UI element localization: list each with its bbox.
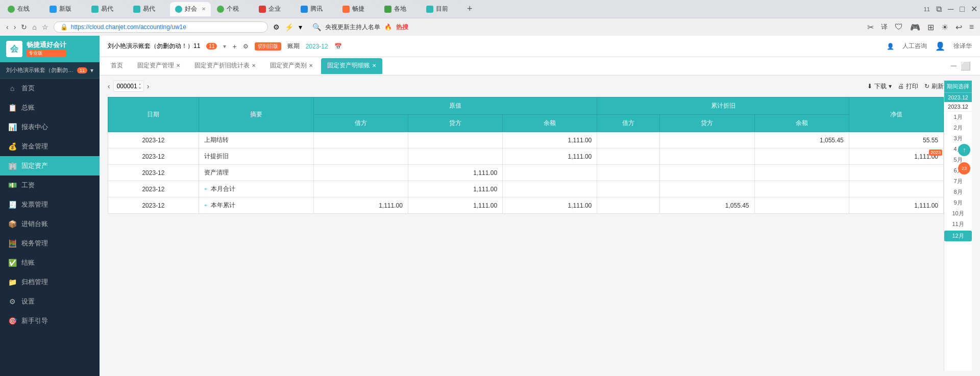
translate-icon[interactable]: 译: [881, 22, 888, 32]
row-summary: 资产清理: [199, 165, 313, 181]
row-net-value: [849, 181, 943, 197]
period-item-current2[interactable]: 2023.12: [944, 102, 972, 112]
row-dep-balance: [754, 181, 849, 197]
page-number-input[interactable]: [113, 81, 144, 92]
sidebar-item-invoice[interactable]: 🧾 发票管理: [0, 195, 100, 214]
tab-fixed-assets-mgmt[interactable]: 固定资产管理 ✕: [131, 58, 186, 74]
browser-tab-gedi[interactable]: 各地: [379, 2, 420, 16]
sidebar-item-fixed-assets[interactable]: 🏢 固定资产: [0, 156, 100, 176]
shield-icon[interactable]: 🛡: [895, 22, 903, 32]
sidebar-item-closing[interactable]: ✅ 结账: [0, 253, 100, 272]
period-item-9[interactable]: 9月: [944, 197, 972, 208]
refresh-icon: ↻: [924, 83, 929, 90]
period-value[interactable]: 2023-12: [306, 43, 328, 50]
tab-label: 固定资产类别: [270, 61, 307, 70]
bookmark-button[interactable]: ☆: [42, 23, 48, 31]
table-row: 2023-12 + 本年累计 1,111.00 1,111.00 1,111.0…: [108, 197, 944, 214]
address-bar[interactable]: 🔒 https://cloud.chanjet.com/accounting/u…: [54, 21, 268, 33]
sidebar-item-payroll[interactable]: 💵 工资: [0, 176, 100, 195]
add-account-btn[interactable]: +: [232, 42, 236, 51]
tab-close-icon[interactable]: ✕: [252, 63, 256, 68]
tab-close-icon[interactable]: ✕: [202, 6, 206, 12]
maximize-icon[interactable]: □: [960, 5, 965, 14]
tab-asset-detail[interactable]: 固定资产明细账 ✕: [321, 58, 382, 74]
sidebar-item-archive[interactable]: 📁 归档管理: [0, 272, 100, 292]
refresh-button[interactable]: ↻ 刷新: [924, 82, 944, 91]
browser-tab-online[interactable]: 在线: [3, 2, 43, 16]
restore-window-icon[interactable]: ⧉: [936, 5, 942, 14]
scissors-icon[interactable]: ✂: [867, 22, 874, 32]
scroll-up-button[interactable]: ↑: [958, 144, 970, 156]
tax-icon: 🧮: [8, 239, 16, 247]
period-item-2[interactable]: 2月: [944, 122, 972, 133]
tab-close-icon[interactable]: ✕: [372, 63, 376, 68]
browser-tab-haokuai[interactable]: 好会 ✕: [170, 2, 211, 16]
tab-close-icon[interactable]: ✕: [309, 63, 313, 68]
tab-close-icon[interactable]: ✕: [176, 63, 180, 68]
download-button[interactable]: ⬇ 下载 ▾: [867, 82, 892, 91]
period-item-12-active[interactable]: 12月: [944, 231, 972, 241]
sidebar-item-general-ledger[interactable]: 📋 总账: [0, 98, 100, 117]
sidebar-item-finance[interactable]: 💰 资金管理: [0, 137, 100, 156]
payroll-icon: 💵: [8, 181, 16, 189]
sidebar-item-home[interactable]: ⌂ 首页: [0, 79, 100, 98]
settings-btn[interactable]: ⚙: [243, 43, 249, 50]
dropdown-icon[interactable]: ▾: [299, 23, 302, 31]
period-item-10[interactable]: 10月: [944, 208, 972, 219]
lightning-icon[interactable]: ⚡: [285, 23, 293, 31]
browser-tab-yidai2[interactable]: 易代: [128, 2, 169, 16]
period-item-11[interactable]: 11月: [944, 219, 972, 230]
theme-icon[interactable]: ☀: [941, 22, 948, 32]
download-dropdown-icon[interactable]: ▾: [889, 83, 892, 90]
new-tab-button[interactable]: +: [463, 4, 477, 14]
minimize-icon[interactable]: ─: [948, 5, 953, 14]
tab-asset-category[interactable]: 固定资产类别 ✕: [264, 58, 319, 74]
row-orig-debit: [313, 132, 408, 148]
tab-home[interactable]: 首页: [105, 58, 129, 74]
forward-button[interactable]: ›: [14, 23, 16, 31]
sidebar-item-purchases[interactable]: 📦 进销台账: [0, 214, 100, 234]
active-month-badge[interactable]: 23: [958, 162, 970, 174]
browser-tab-new[interactable]: 新版: [44, 2, 85, 16]
sidebar-item-tutorial[interactable]: 🎯 新手引导: [0, 311, 100, 331]
undo-icon[interactable]: ↩: [955, 22, 962, 32]
calendar-icon[interactable]: 📅: [334, 43, 342, 50]
minimize-icon[interactable]: ─: [951, 61, 957, 71]
home-button[interactable]: ⌂: [32, 23, 36, 31]
sidebar-item-reports[interactable]: 📊 报表中心: [0, 117, 100, 137]
tab-depreciation-stats[interactable]: 固定资产折旧统计表 ✕: [188, 58, 262, 74]
close-window-icon[interactable]: ✕: [971, 4, 977, 14]
prev-page-button[interactable]: ‹: [108, 82, 110, 90]
period-item-7[interactable]: 7月: [944, 176, 972, 187]
game-icon[interactable]: 🎮: [910, 22, 920, 32]
dropdown-btn[interactable]: ▾: [223, 43, 226, 50]
browser-tab-changjie[interactable]: 畅捷: [337, 2, 378, 16]
period-item-8[interactable]: 8月: [944, 187, 972, 197]
tab-label: 新版: [59, 5, 71, 13]
sidebar-item-settings[interactable]: ⚙ 设置: [0, 292, 100, 311]
browser-tab-muqian[interactable]: 目前: [421, 2, 462, 16]
hot-search-label[interactable]: 🔥: [384, 23, 392, 31]
refresh-button[interactable]: ↻: [21, 23, 27, 31]
print-button[interactable]: 🖨 打印: [898, 82, 918, 91]
browser-tab-qiye[interactable]: 企业: [254, 2, 295, 16]
period-item-current[interactable]: 2023.12: [944, 92, 972, 102]
period-item-1[interactable]: 1月: [944, 112, 972, 122]
browser-tab-yidai1[interactable]: 易代: [86, 2, 127, 16]
dropdown-arrow-icon[interactable]: ▾: [90, 67, 93, 74]
ai-consult-label[interactable]: 人工咨询: [902, 42, 927, 51]
extension-icon[interactable]: ⚙: [273, 23, 280, 31]
expand-icon[interactable]: ⬜: [961, 61, 971, 71]
browser-tab-tencent[interactable]: 腾讯: [296, 2, 336, 16]
row-date: 2023-12: [108, 165, 199, 181]
download-label: 下载: [874, 82, 887, 91]
browser-tab-geshui[interactable]: 个税: [212, 2, 253, 16]
sidebar-item-tax[interactable]: 🧮 税务管理: [0, 234, 100, 253]
row-orig-debit: 1,111.00: [313, 197, 408, 214]
back-button[interactable]: ‹: [6, 23, 9, 31]
menu-icon[interactable]: ≡: [969, 22, 974, 32]
row-net-value: 55.55: [849, 132, 943, 148]
grid-icon[interactable]: ⊞: [927, 22, 934, 32]
hot-search-text[interactable]: 热搜: [396, 23, 408, 32]
next-page-button[interactable]: ›: [147, 82, 150, 90]
